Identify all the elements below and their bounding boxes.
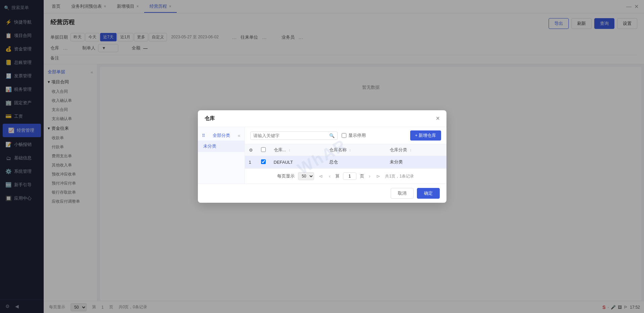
th-code: 仓库... ↕ — [270, 144, 325, 156]
prev-page-button[interactable]: ‹ — [328, 173, 332, 180]
row-checkbox[interactable] — [257, 156, 270, 168]
dialog-close-button[interactable]: × — [436, 115, 440, 122]
modal-overlay: 仓库 × ⠿ 全部分类 « 未分类 WhAR — [0, 0, 644, 313]
per-page-select[interactable]: 50 — [298, 172, 314, 180]
dialog-pagination: 每页显示 50 ⊲ ‹ 算 页 › ⊳ 共1页，1条记录 — [245, 168, 446, 184]
search-icon[interactable]: 🔍 — [329, 133, 335, 138]
confirm-button[interactable]: 确定 — [417, 188, 440, 199]
show-disabled-group: 显示停用 — [342, 132, 366, 139]
last-page-button[interactable]: ⊳ — [375, 173, 382, 180]
dialog-body: ⠿ 全部分类 « 未分类 WhAR 🔍 — [198, 127, 446, 184]
dialog-left-header: ⠿ 全部分类 « — [198, 130, 245, 141]
th-category: 仓库分类 ↕ — [386, 144, 446, 156]
cancel-button[interactable]: 取消 — [391, 188, 414, 199]
dialog-right-panel: 🔍 显示停用 + 新增仓库 ⚙ — [245, 127, 446, 184]
next-page-button[interactable]: › — [368, 173, 372, 180]
dialog-left-panel: ⠿ 全部分类 « 未分类 WhAR — [198, 127, 245, 184]
row-index: 1 — [245, 156, 257, 168]
th-settings: ⚙ — [245, 144, 257, 156]
dialog-toolbar: 🔍 显示停用 + 新增仓库 — [245, 127, 446, 144]
category-list: 未分类 — [198, 141, 245, 180]
th-name: 仓库名称 ↕ — [325, 144, 386, 156]
show-disabled-label: 显示停用 — [348, 132, 366, 139]
dialog-table-wrapper: ⚙ 仓库... ↕ 仓库名称 ↕ — [245, 144, 446, 168]
left-panel-collapse[interactable]: « — [238, 133, 241, 138]
row-category: 未分类 — [386, 156, 446, 168]
select-all-checkbox[interactable] — [261, 147, 266, 152]
search-box: 🔍 — [250, 131, 338, 140]
page-word: 算 — [335, 173, 340, 179]
warehouse-table: ⚙ 仓库... ↕ 仓库名称 ↕ — [245, 144, 446, 168]
warehouse-dialog: 仓库 × ⠿ 全部分类 « 未分类 WhAR — [198, 110, 446, 203]
category-uncategorized[interactable]: 未分类 — [198, 141, 245, 152]
dialog-footer: 取消 确定 — [198, 184, 446, 203]
row-code: DEFAULT — [270, 156, 325, 168]
search-input[interactable] — [253, 133, 327, 138]
dialog-title: 仓库 — [205, 115, 215, 122]
show-disabled-checkbox[interactable] — [342, 133, 346, 138]
dialog-header: 仓库 × — [198, 110, 446, 127]
table-row[interactable]: 1 DEFAULT 总仓 未分类 — [245, 156, 446, 168]
all-category-label[interactable]: 全部分类 — [213, 132, 230, 139]
page-number-input[interactable] — [343, 172, 356, 180]
page-unit: 页 — [360, 173, 364, 179]
th-checkbox — [257, 144, 270, 156]
first-page-button[interactable]: ⊲ — [317, 173, 324, 180]
table-header-row: ⚙ 仓库... ↕ 仓库名称 ↕ — [245, 144, 446, 156]
per-page-label: 每页显示 — [277, 173, 295, 179]
row-name: 总仓 — [325, 156, 386, 168]
all-category-icon: ⠿ — [202, 133, 205, 138]
page-total-info: 共1页，1条记录 — [385, 173, 414, 179]
add-warehouse-button[interactable]: + 新增仓库 — [410, 130, 441, 141]
